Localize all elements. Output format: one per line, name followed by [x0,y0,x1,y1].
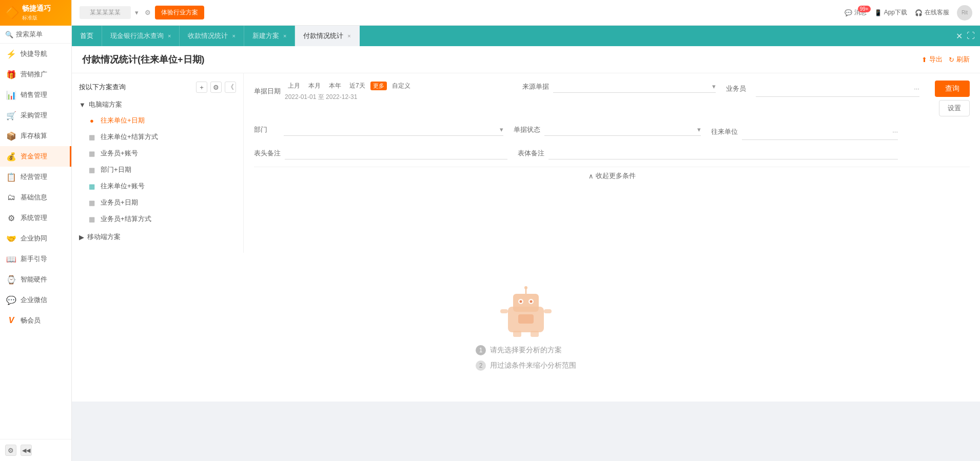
tab-receipt-stats-label: 收款情况统计 [188,31,228,41]
tab-home[interactable]: 首页 [72,26,102,46]
marketing-icon: 🎁 [6,69,16,79]
sidebar: 🔶 畅捷通巧 标准版 🔍 搜索菜单 ⚡ 快捷导航 🎁 营销推广 📊 销售管理 [0,0,72,461]
tab-close-all-btn[interactable]: ✕ [956,31,963,41]
sidebar-item-guide[interactable]: 📖 新手引导 [0,249,71,269]
tab-payment-stats[interactable]: 付款情况统计 × [295,26,359,46]
settings-icon[interactable]: ⚙ [145,9,151,16]
quick-nav-icon: ⚡ [6,49,16,59]
scheme-item-employee-payment[interactable]: ▦ 业务员+结算方式 [72,211,243,227]
sidebar-collapse-btn[interactable]: ◀◀ [21,445,32,456]
header-note-input[interactable] [285,147,507,159]
collapse-sidebar-arrow[interactable]: 《 [225,82,236,93]
date-btn-custom[interactable]: 自定义 [389,81,414,91]
tab-new-scheme-close[interactable]: × [283,33,286,39]
query-btn[interactable]: 查询 [935,81,970,97]
scheme-icon: ▦ [87,182,96,191]
header-note-label: 表头备注 [254,149,281,158]
dept-select[interactable] [284,124,503,136]
scheme-item-counterpart-account[interactable]: ▦ 往来单位+账号 [72,178,243,194]
counterpart-ellipsis[interactable]: ··· [892,126,898,137]
tab-receipt-stats[interactable]: 收款情况统计 × [180,26,244,46]
pc-scheme-group-header[interactable]: ▼ 电脑端方案 [72,97,243,112]
source-doc-label: 来源单据 [522,82,549,91]
date-label: 单据日期 [254,87,281,96]
tab-bank-flow[interactable]: 现金银行流水查询 × [102,26,180,46]
mobile-group-label: 移动端方案 [87,232,121,242]
body-note-field: 表体备注 [518,147,898,159]
date-btn-more[interactable]: 更多 [370,82,387,90]
tab-payment-stats-close[interactable]: × [347,33,350,39]
tab-receipt-stats-close[interactable]: × [232,33,235,39]
filter-row-1: 单据日期 上月 本月 本年 近7天 更多 自定义 [254,81,970,116]
source-doc-select[interactable] [553,81,716,93]
collapse-conditions-btn[interactable]: ∧ 收起更多条件 [254,167,970,181]
sidebar-item-basic-info[interactable]: 🗂 基础信息 [0,187,71,208]
tab-payment-stats-label: 付款情况统计 [303,31,343,41]
purchase-icon: 🛒 [6,110,16,121]
mobile-scheme-group-header[interactable]: ▶ 移动端方案 [72,229,243,245]
sidebar-item-system[interactable]: ⚙ 系统管理 [0,208,71,228]
svg-rect-10 [500,309,508,313]
sidebar-item-smart-hw[interactable]: ⌚ 智能硬件 [0,269,71,290]
app-download-btn[interactable]: 📱 App下载 [874,8,907,17]
tip-num-1: 1 [476,345,486,355]
date-field: 单据日期 上月 本月 本年 近7天 更多 自定义 [254,81,512,102]
inventory-icon: 📦 [6,131,16,141]
scheme-item-counterpart-payment[interactable]: ▦ 往来单位+结算方式 [72,129,243,145]
body-note-input[interactable] [548,147,898,159]
source-doc-field: 来源单据 [522,81,716,93]
scheme-item-employee-date[interactable]: ▦ 业务员+日期 [72,194,243,211]
sidebar-item-enterprise[interactable]: 🤝 企业协同 [0,228,71,249]
sidebar-item-label: 畅会员 [21,316,41,325]
tab-new-scheme[interactable]: 新建方案 × [244,26,295,46]
sales-icon: 📊 [6,90,16,100]
dropdown-icon[interactable]: ▾ [135,9,139,16]
search-menu[interactable]: 🔍 搜索菜单 [0,26,71,44]
app-download-label: App下载 [884,8,907,17]
scheme-item-employee-account[interactable]: ▦ 业务员+账号 [72,145,243,162]
scheme-item-counterpart-date[interactable]: ● 往来单位+日期 [72,112,243,129]
tip-1-text: 请先选择要分析的方案 [490,346,562,355]
tip-num-2: 2 [476,360,486,371]
basic-info-icon: 🗂 [6,192,16,203]
sidebar-item-operation[interactable]: 📋 经营管理 [0,167,71,187]
salesperson-ellipsis[interactable]: ··· [914,83,919,94]
wechat-icon: 💬 [6,295,16,305]
export-label: 导出 [929,55,943,64]
filter-sidebar: 按以下方案查询 + ⚙ 《 ▼ 电脑端方案 [72,73,244,253]
search-icon: 🔍 [5,31,13,38]
tab-bank-flow-close[interactable]: × [168,33,171,39]
tab-bar: 首页 现金银行流水查询 × 收款情况统计 × 新建方案 × 付款情况统计 × ✕… [72,26,980,46]
sidebar-item-sales[interactable]: 📊 销售管理 [0,85,71,105]
online-service-btn[interactable]: 🎧 在线客服 [915,8,949,17]
sidebar-item-quick-nav[interactable]: ⚡ 快捷导航 [0,44,71,64]
sidebar-item-vip[interactable]: V 畅会员 [0,310,71,331]
sidebar-item-purchase[interactable]: 🛒 采购管理 [0,105,71,126]
scheme-item-dept-date[interactable]: ▦ 部门+日期 [72,162,243,178]
scheme-settings-btn[interactable]: ⚙ [210,82,222,93]
date-btn-last-7-days[interactable]: 近7天 [346,81,368,91]
message-btn[interactable]: 💬 消息 99+ [845,8,867,17]
export-btn[interactable]: ⬆ 导出 [922,55,943,64]
pc-scheme-group: ▼ 电脑端方案 ● 往来单位+日期 ▦ 往来单位+结算方式 [72,97,243,227]
add-scheme-btn[interactable]: + [196,82,207,93]
sidebar-item-marketing[interactable]: 🎁 营销推广 [0,64,71,85]
date-btn-this-month[interactable]: 本月 [305,81,324,91]
sidebar-item-finance[interactable]: 💰 资金管理 [0,146,71,167]
sidebar-settings-btn[interactable]: ⚙ [5,445,16,456]
empty-tip-2: 2 用过滤条件来缩小分析范围 [476,360,576,371]
search-menu-label: 搜索菜单 [16,30,43,39]
industry-btn[interactable]: 体验行业方案 [155,6,204,19]
settings-btn[interactable]: 设置 [939,100,970,116]
user-avatar[interactable]: Rit [957,5,972,21]
date-btn-last-month[interactable]: 上月 [285,81,303,91]
sidebar-item-wechat[interactable]: 💬 企业微信 [0,290,71,310]
refresh-btn[interactable]: ↻ 刷新 [949,55,970,64]
svg-rect-1 [513,294,539,312]
scheme-label: 往来单位+结算方式 [101,132,158,142]
doc-status-select[interactable] [544,124,701,136]
tab-maximize-btn[interactable]: ⛶ [967,31,975,41]
sidebar-item-inventory[interactable]: 📦 库存核算 [0,126,71,146]
date-btn-this-year[interactable]: 本年 [326,81,344,91]
svg-rect-9 [531,331,539,337]
